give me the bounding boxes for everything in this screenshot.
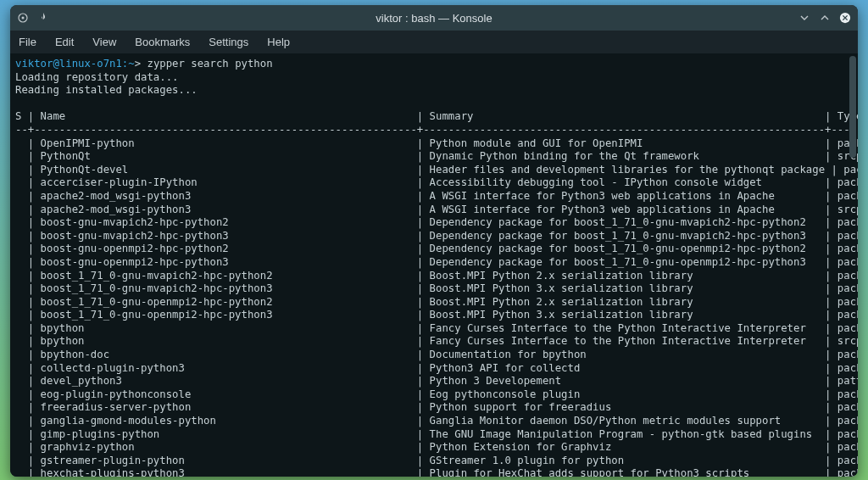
menu-view[interactable]: View	[92, 36, 116, 48]
pin-icon[interactable]	[37, 12, 49, 24]
menu-bookmarks[interactable]: Bookmarks	[135, 36, 190, 48]
titlebar[interactable]: viktor : bash — Konsole	[10, 5, 858, 31]
terminal-output[interactable]: viktor@linux-o7n1:~> zypper search pytho…	[10, 54, 858, 477]
close-icon[interactable]	[839, 12, 851, 24]
maximize-icon[interactable]	[819, 12, 831, 24]
menu-file[interactable]: File	[19, 36, 36, 48]
svg-point-1	[22, 17, 25, 20]
menu-edit[interactable]: Edit	[55, 36, 74, 48]
titlebar-left	[17, 12, 49, 24]
scrollbar[interactable]	[849, 56, 856, 473]
menu-help[interactable]: Help	[267, 36, 290, 48]
menu-settings[interactable]: Settings	[209, 36, 248, 48]
menubar: File Edit View Bookmarks Settings Help	[10, 31, 858, 54]
titlebar-controls	[798, 12, 851, 24]
app-menu-icon[interactable]	[17, 12, 29, 24]
minimize-icon[interactable]	[798, 12, 810, 24]
konsole-window: viktor : bash — Konsole File Edit View B…	[10, 5, 858, 477]
window-title: viktor : bash — Konsole	[376, 12, 492, 25]
scrollbar-thumb[interactable]	[849, 56, 856, 158]
